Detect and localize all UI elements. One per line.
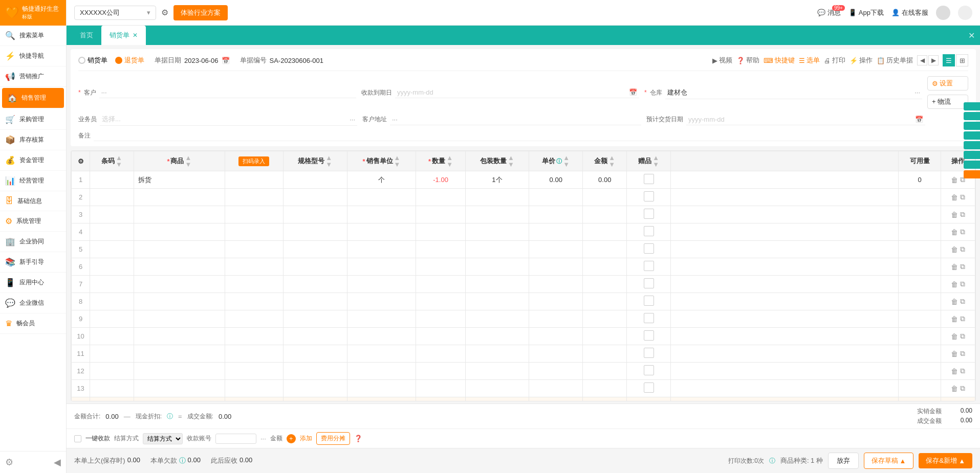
row-spec-4[interactable]	[284, 241, 347, 258]
copy-icon-11[interactable]: ⧉	[960, 367, 965, 375]
one-click-pay-checkbox[interactable]	[74, 435, 81, 442]
delete-icon-1[interactable]: 🗑	[951, 193, 958, 201]
delete-icon-4[interactable]: 🗑	[951, 245, 958, 254]
row-unit-6[interactable]	[347, 276, 416, 293]
radio-sales-order[interactable]: 销货单	[78, 56, 107, 65]
gift-checkbox-2[interactable]	[644, 209, 654, 219]
row-pkg-qty-5[interactable]	[465, 258, 529, 276]
row-pkg-qty-0[interactable]: 1个	[465, 171, 529, 189]
row-gift-1[interactable]	[627, 189, 671, 206]
row-pkg-qty-10[interactable]	[465, 345, 529, 363]
row-barcode-12[interactable]	[90, 380, 134, 397]
gift-checkbox-5[interactable]	[644, 261, 654, 271]
row-spec-2[interactable]	[284, 206, 347, 223]
sidebar-item-14[interactable]: ♛畅会员	[0, 313, 66, 334]
row-amount-8[interactable]	[583, 310, 627, 328]
row-unit-9[interactable]	[347, 328, 416, 345]
copy-icon-6[interactable]: ⧉	[960, 280, 965, 288]
row-qty-4[interactable]	[416, 241, 465, 258]
row-amount-9[interactable]	[583, 328, 627, 345]
row-amount-11[interactable]	[583, 363, 627, 380]
copy-icon-12[interactable]: ⧉	[960, 384, 965, 393]
row-amount-3[interactable]	[583, 223, 627, 241]
row-barcode-4[interactable]	[90, 241, 134, 258]
row-gift-7[interactable]	[627, 293, 671, 310]
delete-icon-3[interactable]: 🗑	[951, 228, 958, 236]
float-btn-2[interactable]: 锁定	[964, 112, 980, 120]
calendar-icon-3[interactable]: 📅	[915, 116, 923, 123]
sidebar-item-5[interactable]: 📦库存核算	[0, 130, 66, 150]
gift-checkbox-11[interactable]	[644, 365, 654, 375]
row-amount-0[interactable]: 0.00	[583, 171, 627, 189]
goods-type-icon[interactable]: ⓘ	[769, 457, 775, 465]
copy-icon-3[interactable]: ⧉	[960, 228, 965, 236]
float-btn-4[interactable]: 联系	[964, 131, 980, 140]
gear-icon[interactable]: ⚙	[161, 8, 168, 17]
row-amount-7[interactable]	[583, 293, 627, 310]
collapse-icon[interactable]: ◀	[54, 457, 61, 468]
row-product-7[interactable]	[134, 293, 225, 310]
customer-addr-input[interactable]: ···	[390, 114, 641, 125]
row-unit-7[interactable]	[347, 293, 416, 310]
sidebar-item-4[interactable]: 🛒采购管理	[0, 109, 66, 130]
float-btn-1[interactable]: 消息	[964, 102, 980, 110]
row-price-5[interactable]	[529, 258, 583, 276]
row-gift-9[interactable]	[627, 328, 671, 345]
row-qty-7[interactable]	[416, 293, 465, 310]
copy-icon-2[interactable]: ⧉	[960, 210, 965, 219]
account-input[interactable]	[215, 434, 256, 444]
row-unit-11[interactable]	[347, 363, 416, 380]
row-barcode-0[interactable]	[90, 171, 134, 189]
row-spec-9[interactable]	[284, 328, 347, 345]
copy-icon-7[interactable]: ⧉	[960, 297, 965, 306]
row-product-9[interactable]	[134, 328, 225, 345]
gift-checkbox-9[interactable]	[644, 330, 654, 341]
row-price-8[interactable]	[529, 310, 583, 328]
gift-checkbox-0[interactable]	[644, 174, 654, 184]
delete-icon-0[interactable]: 🗑	[951, 176, 958, 184]
print-btn[interactable]: 🖨 打印	[824, 56, 845, 65]
calendar-icon[interactable]: 📅	[222, 57, 230, 64]
sidebar-item-9[interactable]: ⚙系统管理	[0, 211, 66, 232]
row-barcode-8[interactable]	[90, 310, 134, 328]
row-barcode-10[interactable]	[90, 345, 134, 363]
row-product-2[interactable]	[134, 206, 225, 223]
row-qty-1[interactable]	[416, 189, 465, 206]
row-product-11[interactable]	[134, 363, 225, 380]
row-unit-8[interactable]	[347, 310, 416, 328]
save-draft-button[interactable]: 保存草稿 ▲	[864, 453, 914, 469]
row-barcode-5[interactable]	[90, 258, 134, 276]
radio-return-order[interactable]: 退货单	[115, 56, 144, 65]
row-unit-12[interactable]	[347, 380, 416, 397]
sidebar-bottom[interactable]: ⚙ ◀	[0, 451, 66, 473]
row-price-2[interactable]	[529, 206, 583, 223]
float-btn-3[interactable]: 便签	[964, 122, 980, 130]
row-product-0[interactable]: 拆货	[134, 171, 225, 189]
row-price-10[interactable]	[529, 345, 583, 363]
row-qty-2[interactable]	[416, 206, 465, 223]
row-pkg-qty-4[interactable]	[465, 241, 529, 258]
sidebar-item-7[interactable]: 📊经营管理	[0, 171, 66, 191]
logistics-button[interactable]: + 物流	[927, 95, 968, 109]
row-gift-0[interactable]	[627, 171, 671, 189]
tab-sales-order[interactable]: 销货单 ✕	[101, 26, 146, 45]
row-price-7[interactable]	[529, 293, 583, 310]
row-product-12[interactable]	[134, 380, 225, 397]
gift-checkbox-3[interactable]	[644, 226, 654, 236]
row-product-4[interactable]	[134, 241, 225, 258]
row-spec-10[interactable]	[284, 345, 347, 363]
row-spec-0[interactable]	[284, 171, 347, 189]
video-btn[interactable]: ▶ 视频	[712, 56, 732, 65]
row-qty-8[interactable]	[416, 310, 465, 328]
company-selector[interactable]: XXXXXX公司 ▾	[74, 6, 156, 20]
list-view-btn[interactable]: ☰	[943, 54, 955, 66]
row-unit-2[interactable]	[347, 206, 416, 223]
calendar-icon-2[interactable]: 📅	[629, 88, 637, 96]
gift-checkbox-6[interactable]	[644, 278, 654, 288]
row-pkg-qty-6[interactable]	[465, 276, 529, 293]
total-owed-info-icon[interactable]: ⓘ	[179, 457, 186, 464]
tab-home[interactable]: 首页	[72, 26, 101, 45]
settlement-select[interactable]: 结算方式	[143, 433, 183, 444]
gift-checkbox-1[interactable]	[644, 191, 654, 201]
delete-icon-5[interactable]: 🗑	[951, 263, 958, 271]
